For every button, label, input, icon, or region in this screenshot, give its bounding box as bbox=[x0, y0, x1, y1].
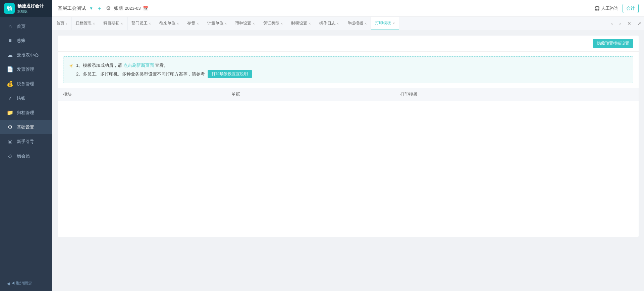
tab-label: 操作日志 bbox=[319, 20, 335, 26]
col-single: 单据 bbox=[226, 88, 394, 101]
period-display: 账期 2023-03 📅 bbox=[114, 5, 148, 11]
tab-close-icon[interactable]: × bbox=[197, 21, 199, 26]
sidebar-item-tax[interactable]: 💰 税务管理 bbox=[0, 77, 52, 91]
sidebar-item-archive[interactable]: 📁 归档管理 bbox=[0, 105, 52, 120]
tab-close-icon[interactable]: × bbox=[253, 21, 255, 26]
tab-stock[interactable]: 存货 × bbox=[183, 17, 203, 30]
sidebar-item-guide[interactable]: ◎ 新手引导 bbox=[0, 134, 52, 149]
notice-line1-suffix: 查看。 bbox=[155, 63, 168, 68]
sidebar-item-label: 云报表中心 bbox=[17, 52, 39, 58]
tab-close-icon[interactable]: × bbox=[365, 21, 367, 26]
tab-next-button[interactable]: › bbox=[616, 17, 624, 30]
tab-close-all-button[interactable]: ✕ bbox=[624, 17, 634, 30]
main-area: 基层工会测试 ▼ ＋ ⚙ 账期 2023-03 📅 🎧 人工咨询 会计 首页 ‹ bbox=[52, 0, 644, 291]
service-label: 人工咨询 bbox=[601, 5, 619, 11]
tab-back-icon: ‹ bbox=[66, 21, 67, 26]
sidebar-item-label: 基础设置 bbox=[17, 124, 34, 130]
sidebar-item-home[interactable]: ⌂ 首页 bbox=[0, 19, 52, 34]
headset-icon: 🎧 bbox=[594, 6, 600, 11]
service-button[interactable]: 🎧 人工咨询 bbox=[594, 5, 619, 11]
tab-operation-log[interactable]: 操作日志 × bbox=[315, 17, 343, 30]
calendar-icon[interactable]: 📅 bbox=[143, 6, 148, 11]
guide-icon: ◎ bbox=[7, 138, 13, 145]
tab-label: 单据模板 bbox=[347, 20, 363, 26]
tab-close-icon[interactable]: × bbox=[149, 21, 151, 26]
tab-close-icon[interactable]: × bbox=[93, 21, 95, 26]
action-bar: 隐藏预置模板设置 bbox=[58, 36, 639, 52]
company-dropdown-icon[interactable]: ▼ bbox=[89, 6, 93, 11]
settings-gear-icon[interactable]: ⚙ bbox=[106, 5, 111, 11]
tab-subject[interactable]: 科目期初 × bbox=[99, 17, 127, 30]
sidebar-logo: 畅 畅捷通好会计 旗舰版 bbox=[0, 0, 52, 17]
archive-icon: 📁 bbox=[7, 109, 13, 116]
tab-close-icon[interactable]: × bbox=[309, 21, 311, 26]
tab-currency[interactable]: 币种设置 × bbox=[231, 17, 259, 30]
sidebar-item-label: 归档管理 bbox=[17, 110, 34, 116]
print-template-table: 模块 单据 打印模板 bbox=[58, 88, 639, 101]
period-value: 2023-03 bbox=[125, 6, 141, 11]
tab-label: 打印模板 bbox=[375, 20, 391, 26]
content-area: 隐藏预置模板设置 ☀ 1、模板添加成功后，请 点击刷新新页面 查看。 2、多员工… bbox=[58, 36, 639, 237]
sidebar-item-ledger[interactable]: ≡ 总账 bbox=[0, 34, 52, 48]
tab-label: 首页 bbox=[56, 20, 64, 26]
reports-icon: ☁ bbox=[7, 52, 13, 58]
sidebar: 畅 畅捷通好会计 旗舰版 ⌂ 首页 ≡ 总账 ☁ 云报表中心 📄 发票管理 💰 … bbox=[0, 0, 52, 291]
ledger-icon: ≡ bbox=[7, 38, 13, 44]
tab-voucher-type[interactable]: 凭证类型 × bbox=[259, 17, 287, 30]
tab-tax-settings[interactable]: 财税设置 × bbox=[287, 17, 315, 30]
sidebar-item-reports[interactable]: ☁ 云报表中心 bbox=[0, 48, 52, 62]
tab-label: 往来单位 bbox=[159, 20, 175, 26]
tab-expand-button[interactable]: ⤢ bbox=[634, 17, 644, 30]
tabs-container: 首页 ‹ 归档管理 × 科目期初 × 部门员工 × 往来单位 × 存货 × bbox=[52, 17, 608, 30]
sidebar-unpin-button[interactable]: ◀ ◀ 取消固定 bbox=[0, 276, 52, 291]
add-tab-button[interactable]: ＋ bbox=[97, 4, 103, 12]
invoice-icon: 📄 bbox=[7, 66, 13, 72]
sidebar-item-settings[interactable]: ⚙ 基础设置 bbox=[0, 120, 52, 134]
tab-department[interactable]: 部门员工 × bbox=[127, 17, 155, 30]
period-label: 账期 bbox=[114, 5, 123, 11]
tab-print-template[interactable]: 打印模板 × bbox=[371, 17, 399, 30]
sidebar-item-checkout[interactable]: ✓ 结账 bbox=[0, 91, 52, 105]
tab-supplier[interactable]: 往来单位 × bbox=[155, 17, 183, 30]
notice-line2-prefix: 2、多员工、多打印机、多种业务类型设置不同打印方案等，请参考 bbox=[76, 70, 205, 78]
explain-button[interactable]: 打印场景设置宣说明 bbox=[208, 70, 252, 78]
top-header: 基层工会测试 ▼ ＋ ⚙ 账期 2023-03 📅 🎧 人工咨询 会计 bbox=[52, 0, 644, 17]
sidebar-item-invoice[interactable]: 📄 发票管理 bbox=[0, 62, 52, 77]
tab-unit[interactable]: 计量单位 × bbox=[203, 17, 231, 30]
tab-close-icon[interactable]: × bbox=[225, 21, 227, 26]
kuaiji-button[interactable]: 会计 bbox=[623, 4, 639, 13]
sidebar-item-label: 畅会员 bbox=[17, 153, 30, 159]
sidebar-footer-label: ◀ 取消固定 bbox=[11, 281, 32, 286]
tab-label: 凭证类型 bbox=[263, 20, 279, 26]
tab-single-template[interactable]: 单据模板 × bbox=[343, 17, 371, 30]
tab-archive[interactable]: 归档管理 × bbox=[71, 17, 99, 30]
tab-close-icon[interactable]: × bbox=[121, 21, 123, 26]
tab-label: 科目期初 bbox=[103, 20, 119, 26]
logo-sub: 旗舰版 bbox=[17, 9, 44, 14]
home-icon: ⌂ bbox=[7, 23, 13, 30]
tab-label: 财税设置 bbox=[291, 20, 307, 26]
tab-label: 计量单位 bbox=[207, 20, 223, 26]
sidebar-item-label: 新手引导 bbox=[17, 139, 34, 145]
refresh-link[interactable]: 点击刷新新页面 bbox=[123, 63, 154, 68]
bulb-icon: ☀ bbox=[69, 61, 73, 71]
tab-label: 币种设置 bbox=[235, 20, 251, 26]
tab-close-icon[interactable]: × bbox=[392, 21, 394, 25]
sidebar-item-member[interactable]: ◇ 畅会员 bbox=[0, 149, 52, 163]
sidebar-item-label: 发票管理 bbox=[17, 66, 34, 72]
settings-icon: ⚙ bbox=[7, 124, 13, 130]
tab-close-icon[interactable]: × bbox=[177, 21, 179, 26]
logo-title: 畅捷通好会计 bbox=[17, 3, 44, 9]
tab-label: 存货 bbox=[187, 20, 195, 26]
tab-home[interactable]: 首页 ‹ bbox=[52, 17, 71, 30]
tab-label: 归档管理 bbox=[75, 20, 92, 26]
tab-prev-button[interactable]: ‹ bbox=[608, 17, 616, 30]
member-icon: ◇ bbox=[7, 153, 13, 159]
tab-close-icon[interactable]: × bbox=[337, 21, 339, 26]
tab-close-icon[interactable]: × bbox=[281, 21, 283, 26]
hide-preview-button[interactable]: 隐藏预置模板设置 bbox=[593, 39, 633, 48]
col-print-template: 打印模板 bbox=[395, 88, 639, 101]
notice-box: ☀ 1、模板添加成功后，请 点击刷新新页面 查看。 2、多员工、多打印机、多种业… bbox=[63, 56, 633, 83]
company-name: 基层工会测试 bbox=[58, 5, 86, 11]
notice-line1-prefix: 1、模板添加成功后，请 bbox=[76, 63, 122, 68]
